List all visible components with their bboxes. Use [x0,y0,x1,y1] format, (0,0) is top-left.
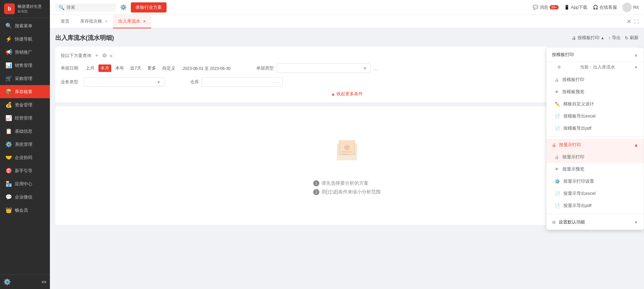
date-filter-label: 单据日期 [61,65,78,71]
printer-icon: 🖨 [555,77,559,82]
app-name: 畅捷通好生意 [18,4,42,9]
sidebar-item-label: 应用中心 [15,181,32,187]
dropdown-item-template-export-excel[interactable]: 📄 按模板导出excel [547,110,644,122]
dropdown-title: 按模板打印 [552,52,574,58]
filter-collapse-btn[interactable]: « [110,53,113,59]
sidebar-item-label: 快捷导航 [15,36,32,42]
close-window-btn[interactable]: ✕ [627,18,631,25]
tab-batch[interactable]: 库存批次账 × [75,15,113,28]
tab-flow-label: 出入库流水 [118,18,140,24]
gear-icon[interactable]: ⚙️ [120,4,127,10]
settings-icon[interactable]: ⚙️ [3,278,11,286]
dropdown-item-template-custom[interactable]: ✏️ 模板自定义设计 [547,98,644,110]
date-options: 上月 本月 本年 近7天 更多 自定义 [84,64,177,72]
industry-btn[interactable]: 体验行业方案 [131,2,167,12]
sidebar-item-purchase[interactable]: 🛒 采购管理 [0,72,50,85]
user-avatar-btn[interactable]: Rit [622,3,639,12]
main-content: 🔍 ⚙️ 体验行业方案 💬 消息 99+ 📱 App下载 🎧 在线客服 [50,0,644,289]
message-btn[interactable]: 💬 消息 99+ [533,4,559,10]
date-option-current-year[interactable]: 本年 [113,64,126,72]
headset-icon: 🎧 [593,5,598,10]
tab-flow-close[interactable]: × [143,19,146,24]
date-option-more[interactable]: 更多 [145,64,158,72]
tab-flow[interactable]: 出入库流水 × [113,15,151,28]
sidebar-item-sales[interactable]: 📊 销售管理 [0,59,50,72]
refresh-btn[interactable]: ↻ 刷新 [625,35,639,41]
dropdown-collapse-icon[interactable]: ▲ [634,52,638,57]
dropdown-item-display-export-pdf[interactable]: 📄 按显示导出pdf [547,200,644,212]
dropdown-section-display: 🖨 按显示打印 ▲ 🖨 按显示打印 👁 按显示预览 ⚙️ [547,137,644,213]
sidebar-item-corp[interactable]: 🤝 企业协同 [0,151,50,164]
dropdown-current-chevron: ▼ [634,65,638,70]
dropdown-current: ⚙ 当前：出入库流水 ▼ [547,62,644,72]
printer-icon: 🖨 [572,35,576,41]
tab-home[interactable]: 首页 [55,15,75,28]
finance-icon: 💰 [5,102,12,108]
corp-icon: 🤝 [5,154,12,161]
default-icon: ⚙ [552,220,556,225]
sidebar-item-guide[interactable]: 🎯 新手引导 [0,164,50,177]
sidebar-item-operation[interactable]: 📈 经营管理 [0,111,50,125]
dropdown-item-display-export-excel[interactable]: 📄 按显示导出excel [547,187,644,200]
appstore-icon: 🏪 [5,181,12,187]
dropdown-item-template-preview[interactable]: 👁 按模板预览 [547,86,644,98]
add-filter-btn[interactable]: ＋ [94,52,99,59]
online-service-label: 在线客服 [599,4,617,10]
sidebar-item-label: 系统管理 [15,141,32,148]
filter-label: 按以下方案查询 [61,53,91,59]
operation-icon: 📈 [5,115,12,121]
search-input[interactable] [66,5,100,10]
dropdown-item-display-print-settings[interactable]: ⚙️ 按显示打印设置 [547,175,644,187]
sidebar-item-system[interactable]: ⚙️ 系统管理 [0,138,50,151]
sidebar-item-marketing[interactable]: 📢 营销推广 [0,46,50,59]
bill-type-select[interactable]: ▼ [276,63,371,73]
topbar-search-box: 🔍 [55,3,116,11]
basic-icon: 📋 [5,128,12,134]
bill-type-more-btn[interactable]: ... [374,65,378,71]
filter-settings-btn[interactable]: ⚙ [102,52,107,59]
sales-icon: 📊 [5,62,12,69]
display-section-chevron-icon: ▲ [634,142,638,148]
user-name: Rit [633,5,639,10]
dropdown-section-display-header[interactable]: 🖨 按显示打印 ▲ [547,139,644,151]
sidebar-item-search[interactable]: 🔍 搜索菜单 [0,19,50,32]
dropdown-item-template-print[interactable]: 🖨 按模板打印 [547,74,644,86]
export-btn[interactable]: ↑ 导出 [609,35,621,41]
sidebar-item-wechat[interactable]: 💬 企业微信 [0,190,50,204]
pdf-icon: 📄 [555,126,560,131]
business-type-label: 业务类型 [61,79,78,85]
print-template-btn[interactable]: 🖨 按模板打印 ▲ [572,35,605,41]
sidebar-item-inventory[interactable]: 📦 库存核算 [0,85,50,98]
warehouse-more-icon: ··· [275,80,279,85]
sidebar-item-label: 新手引导 [15,168,32,174]
date-option-custom[interactable]: 自定义 [160,64,177,72]
sidebar-item-shortcut[interactable]: ⚡ 快捷导航 [0,32,50,46]
online-service-btn[interactable]: 🎧 在线客服 [593,4,617,10]
dropdown-current-label: 当前：出入库流水 [580,64,615,70]
dropdown-item-template-export-pdf[interactable]: 📄 按模板导出pdf [547,122,644,134]
app-logo-icon: b [4,3,15,14]
export-label: 导出 [612,35,621,41]
dropdown-item-display-preview[interactable]: 👁 按显示预览 [547,163,644,175]
date-option-current-month[interactable]: 本月 [98,64,111,72]
sidebar-item-member[interactable]: 👑 畅会员 [0,204,50,217]
purchase-icon: 🛒 [5,75,12,82]
app-download-btn[interactable]: 📱 App下载 [564,4,587,10]
collapse-icon[interactable]: ⇔ [41,278,47,286]
sidebar-item-appstore[interactable]: 🏪 应用中心 [0,177,50,190]
tab-batch-close[interactable]: × [105,19,108,24]
sidebar-item-basic[interactable]: 📋 基础信息 [0,125,50,138]
dropdown-section-default-header[interactable]: ⚙ 设置默认功能 ▼ [547,216,644,228]
date-option-last-month[interactable]: 上月 [84,64,96,72]
warehouse-select[interactable]: ··· [202,77,283,87]
date-option-7days[interactable]: 近7天 [128,64,143,72]
preview-icon: 👁 [555,89,559,95]
empty-illustration [330,133,364,174]
business-type-select[interactable]: ▼ [84,77,165,87]
topbar-right: 💬 消息 99+ 📱 App下载 🎧 在线客服 Rit [533,3,639,12]
dropdown-item-display-print[interactable]: 🖨 按显示打印 [547,151,644,163]
expand-window-btn[interactable]: ⛶ [634,19,639,24]
sidebar-item-finance[interactable]: 💰 资金管理 [0,98,50,111]
display-excel-icon: 📄 [555,191,560,196]
tab-bar: 首页 库存批次账 × 出入库流水 × ✕ ⛶ [50,15,644,28]
